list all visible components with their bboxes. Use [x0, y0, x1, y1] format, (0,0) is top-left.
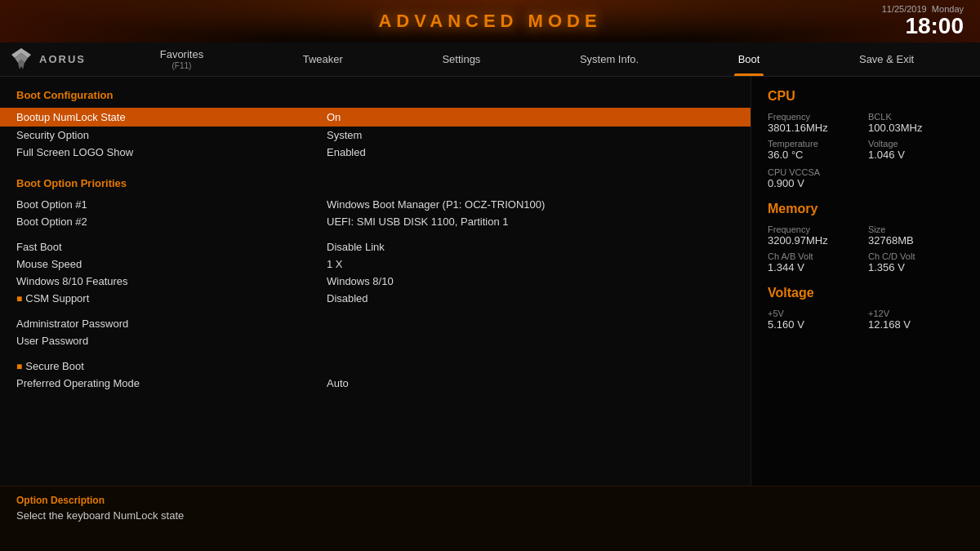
nav-label-saveexit: Save & Exit: [859, 53, 914, 65]
memory-chab-value: 1.344 V: [768, 261, 863, 273]
memory-frequency-value: 3200.97MHz: [768, 234, 863, 247]
setting-fastboot-value: Disable Link: [327, 241, 385, 253]
setting-boot1-name: Boot Option #1: [16, 198, 327, 211]
logo-area: AORUS: [8, 47, 86, 73]
setting-boot1-value: Windows Boot Manager (P1: OCZ-TRION100): [327, 198, 545, 211]
setting-security[interactable]: Security Option System: [16, 127, 734, 144]
memory-frequency-label: Frequency: [768, 224, 863, 234]
cpu-temp-label: Temperature: [768, 139, 863, 149]
memory-frequency: Frequency 3200.97MHz: [768, 224, 863, 247]
memory-size-value: 32768MB: [868, 234, 964, 247]
voltage-title: Voltage: [768, 286, 964, 300]
setting-mousespeed-name: Mouse Speed: [16, 258, 327, 270]
cpu-vccsa: CPU VCCSA 0.900 V: [768, 167, 964, 189]
cpu-title: CPU: [768, 89, 964, 104]
memory-chab: Ch A/B Volt 1.344 V: [768, 251, 863, 273]
cpu-temp: Temperature 36.0 °C: [768, 139, 863, 161]
nav-label-tweaker: Tweaker: [303, 53, 343, 65]
cpu-vccsa-label: CPU VCCSA: [768, 167, 964, 177]
setting-csm-name: ■CSM Support: [16, 292, 327, 304]
nav-item-boot[interactable]: Boot: [730, 42, 768, 76]
setting-security-name: Security Option: [16, 129, 327, 141]
cpu-voltage: Voltage 1.046 V: [868, 139, 964, 161]
nav-label-sysinfo: System Info.: [580, 53, 639, 65]
nav-item-favorites[interactable]: Favorites (F11): [152, 42, 212, 76]
nav-sub-favorites: (F11): [172, 61, 192, 70]
setting-logo[interactable]: Full Screen LOGO Show Enabled: [16, 144, 734, 161]
setting-adminpw[interactable]: Administrator Password: [16, 315, 734, 332]
cpu-voltage-label: Voltage: [868, 139, 964, 149]
option-description-text: Select the keyboard NumLock state: [16, 509, 964, 522]
nav-label-settings: Settings: [442, 53, 480, 65]
setting-fastboot[interactable]: Fast Boot Disable Link: [16, 238, 734, 256]
cpu-bclk: BCLK 100.03MHz: [868, 112, 964, 134]
nav-item-saveexit[interactable]: Save & Exit: [851, 42, 922, 76]
cpu-temp-value: 36.0 °C: [768, 149, 863, 161]
cpu-frequency: Frequency 3801.16MHz: [768, 112, 863, 134]
memory-grid: Frequency 3200.97MHz Size 32768MB Ch A/B…: [768, 224, 964, 273]
setting-boot2[interactable]: Boot Option #2 UEFI: SMI USB DISK 1100, …: [16, 213, 734, 230]
setting-mousespeed[interactable]: Mouse Speed 1 X: [16, 256, 734, 273]
header-deco-left: [0, 0, 286, 42]
setting-secureboot[interactable]: ■Secure Boot: [16, 358, 734, 375]
setting-mousespeed-value: 1 X: [327, 258, 343, 270]
voltage-12v-value: 12.168 V: [868, 318, 964, 331]
cpu-frequency-value: 3801.16MHz: [768, 122, 863, 134]
memory-size: Size 32768MB: [868, 224, 964, 247]
memory-chab-label: Ch A/B Volt: [768, 251, 863, 261]
setting-adminpw-name: Administrator Password: [16, 318, 327, 330]
voltage-5v-label: +5V: [768, 309, 863, 318]
memory-size-label: Size: [868, 224, 964, 234]
cpu-bclk-label: BCLK: [868, 112, 964, 122]
setting-numlock-name: Bootup NumLock State: [16, 111, 327, 123]
cpu-bclk-value: 100.03MHz: [868, 122, 964, 134]
setting-logo-name: Full Screen LOGO Show: [16, 146, 327, 158]
cpu-voltage-value: 1.046 V: [868, 149, 964, 161]
setting-secureboot-name: ■Secure Boot: [16, 360, 327, 372]
cpu-frequency-label: Frequency: [768, 112, 863, 122]
voltage-5v-value: 5.160 V: [768, 318, 863, 331]
setting-numlock[interactable]: Bootup NumLock State On: [0, 108, 751, 127]
setting-fastboot-name: Fast Boot: [16, 241, 327, 253]
settings-panel: Boot Configuration Bootup NumLock State …: [0, 77, 751, 486]
setting-preferredmode-value: Auto: [327, 377, 349, 389]
setting-logo-value: Enabled: [327, 146, 366, 158]
clock-area: 11/25/2019 Monday 18:00: [882, 4, 964, 39]
csm-star: ■: [16, 293, 22, 304]
nav-label-boot: Boot: [738, 53, 760, 65]
header-title: ADVANCED MODE: [378, 11, 601, 32]
option-description-title: Option Description: [16, 495, 964, 506]
nav-item-tweaker[interactable]: Tweaker: [295, 42, 351, 76]
aorus-logo-icon: [8, 47, 34, 73]
header-banner: ADVANCED MODE 11/25/2019 Monday 18:00: [0, 0, 980, 42]
setting-preferredmode[interactable]: Preferred Operating Mode Auto: [16, 375, 734, 392]
cpu-vccsa-value: 0.900 V: [768, 177, 964, 189]
setting-userpw[interactable]: User Password: [16, 332, 734, 349]
bottom-bar: Option Description Select the keyboard N…: [0, 486, 980, 551]
secureboot-star: ■: [16, 361, 22, 372]
info-panel: CPU Frequency 3801.16MHz BCLK 100.03MHz …: [751, 77, 980, 486]
nav-item-sysinfo[interactable]: System Info.: [572, 42, 647, 76]
setting-win810-value: Windows 8/10: [327, 275, 394, 287]
setting-csm[interactable]: ■CSM Support Disabled: [16, 290, 734, 307]
cpu-grid: Frequency 3801.16MHz BCLK 100.03MHz Temp…: [768, 112, 964, 161]
nav-item-settings[interactable]: Settings: [434, 42, 488, 76]
memory-title: Memory: [768, 202, 964, 216]
setting-preferredmode-name: Preferred Operating Mode: [16, 377, 327, 389]
main-content: Boot Configuration Bootup NumLock State …: [0, 77, 980, 486]
setting-win810[interactable]: Windows 8/10 Features Windows 8/10: [16, 273, 734, 290]
setting-security-value: System: [327, 129, 362, 141]
logo-text: AORUS: [39, 53, 86, 65]
memory-chcd-value: 1.356 V: [868, 261, 964, 273]
setting-userpw-name: User Password: [16, 335, 327, 347]
memory-chcd: Ch C/D Volt 1.356 V: [868, 251, 964, 273]
boot-priority-header: Boot Option Priorities: [16, 177, 734, 189]
voltage-12v: +12V 12.168 V: [868, 309, 964, 331]
setting-boot2-value: UEFI: SMI USB DISK 1100, Partition 1: [327, 216, 509, 228]
setting-numlock-value: On: [327, 111, 341, 123]
voltage-12v-label: +12V: [868, 309, 964, 318]
nav-items: Favorites (F11) Tweaker Settings System …: [110, 42, 980, 76]
clock-time: 18:00: [882, 14, 964, 39]
voltage-grid: +5V 5.160 V +12V 12.168 V: [768, 309, 964, 331]
setting-boot1[interactable]: Boot Option #1 Windows Boot Manager (P1:…: [16, 196, 734, 213]
